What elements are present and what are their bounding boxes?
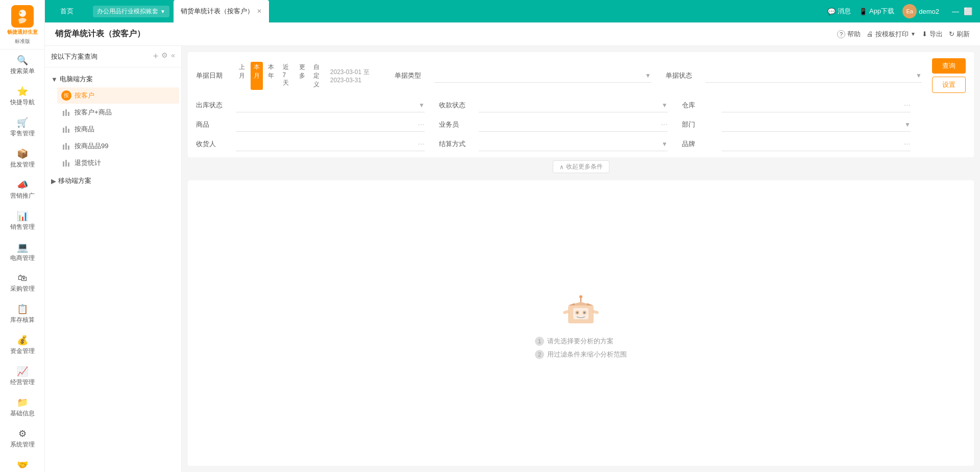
mobile-section-arrow: ▶ <box>51 177 56 185</box>
scheme-item-by-customer-label: 按客户 <box>75 91 94 100</box>
window-controls: — ⬜ <box>951 7 972 15</box>
settings-button[interactable]: 设置 <box>932 77 966 93</box>
minimize-button[interactable]: — <box>951 7 960 15</box>
template-print-button[interactable]: 🖨 按模板打印 ▼ <box>867 30 916 39</box>
page-title: 销货单统计表（按客户） <box>55 29 145 45</box>
sidebar-item-ecommerce[interactable]: 💻 电商管理 <box>0 237 44 268</box>
left-panel-header: 按以下方案查询 + ⚙ « <box>45 46 181 67</box>
collapse-bar: ∧ 收起更多条件 <box>188 157 974 176</box>
maximize-button[interactable]: ⬜ <box>964 7 972 15</box>
template-print-label: 按模板打印 <box>875 30 909 39</box>
messages-button[interactable]: 💬 消息 <box>827 7 851 16</box>
date-tab-last-month[interactable]: 上月 <box>236 62 249 90</box>
purchase-nav-icon: 🛍 <box>18 273 27 284</box>
date-tab-more[interactable]: 更多 <box>296 62 309 90</box>
page-header: 销货单统计表（按客户） ? 帮助 🖨 按模板打印 ▼ ⬇ 导出 ↻ 刷新 <box>45 22 980 46</box>
scheme-item-return-stat[interactable]: 退货统计 <box>57 155 179 171</box>
sidebar-item-marketing[interactable]: 📣 营销推广 <box>0 174 44 205</box>
avatar-initials: Ea <box>906 8 913 14</box>
tip-2-num: 2 <box>535 350 544 359</box>
pc-section-toggle[interactable]: ▼ 电脑端方案 <box>45 72 181 87</box>
sidebar-item-wholesale[interactable]: 📦 批发管理 <box>0 143 44 174</box>
salesperson-dots-icon: ··· <box>661 120 668 129</box>
goods-select[interactable]: ··· <box>236 117 425 132</box>
scheme-item-by-customer[interactable]: 按 按客户 <box>57 87 179 104</box>
scheme-item-by-goods-99[interactable]: 按商品品99 <box>57 138 179 154</box>
ecommerce-nav-icon: 💻 <box>17 242 28 253</box>
receiver-select[interactable]: ··· <box>236 137 425 151</box>
scheme-item-return-stat-label: 退货统计 <box>75 158 101 168</box>
tab-close-icon[interactable]: ✕ <box>257 8 262 15</box>
sidebar-item-business[interactable]: 📈 经营管理 <box>0 361 44 392</box>
sales-nav-icon: 📊 <box>17 210 28 222</box>
scheme-item-by-goods[interactable]: 按商品 <box>57 121 179 137</box>
salesperson-select[interactable]: ··· <box>479 117 668 132</box>
tab-sales-stat[interactable]: 销货单统计表（按客户） ✕ <box>174 0 269 22</box>
wholesale-nav-icon: 📦 <box>17 148 28 159</box>
collapse-panel-button[interactable]: « <box>171 51 175 62</box>
sidebar-item-purchase[interactable]: 🛍 采购管理 <box>0 268 44 298</box>
scheme-item-by-goods-label: 按商品 <box>75 125 94 134</box>
sidebar-item-finance[interactable]: 💰 资金管理 <box>0 329 44 361</box>
collapse-label: 收起更多条件 <box>566 162 603 171</box>
sidebar-item-inventory[interactable]: 📋 库存核算 <box>0 298 44 329</box>
out-status-select[interactable]: ▼ <box>236 98 425 112</box>
date-tab-this-month[interactable]: 本月 <box>251 62 263 90</box>
date-tab-custom[interactable]: 自定义 <box>310 62 326 90</box>
page-actions: ? 帮助 🖨 按模板打印 ▼ ⬇ 导出 ↻ 刷新 <box>837 30 970 45</box>
refresh-button[interactable]: ↻ 刷新 <box>949 30 970 39</box>
date-tab-last-7[interactable]: 近7天 <box>280 62 294 90</box>
department-label: 部门 <box>682 120 718 129</box>
sidebar-item-sales-label: 销售管理 <box>10 223 35 231</box>
department-select[interactable]: ▼ <box>722 117 911 132</box>
settings-scheme-button[interactable]: ⚙ <box>161 51 168 62</box>
help-button[interactable]: ? 帮助 <box>837 30 861 39</box>
mobile-section-toggle[interactable]: ▶ 移动端方案 <box>45 173 181 188</box>
warehouse-select[interactable]: ··· <box>722 98 911 112</box>
user-profile[interactable]: Ea demo2 <box>902 4 939 18</box>
app-logo-icon <box>11 5 34 28</box>
sidebar-item-shortcut[interactable]: ⭐ 快捷导航 <box>0 81 44 112</box>
svg-point-21 <box>579 295 582 298</box>
sidebar-item-search[interactable]: 🔍 搜索菜单 <box>0 50 44 81</box>
add-scheme-button[interactable]: + <box>153 51 159 62</box>
sidebar-item-basic-label: 基础信息 <box>10 409 35 418</box>
sidebar-item-system[interactable]: ⚙ 系统管理 <box>0 423 44 454</box>
svg-point-19 <box>583 312 585 314</box>
doc-type-select[interactable]: ▼ <box>434 68 651 83</box>
recv-status-select[interactable]: ▼ <box>479 98 668 112</box>
doc-status-label: 单据状态 <box>666 71 701 80</box>
svg-rect-13 <box>68 162 69 167</box>
query-button[interactable]: 查询 <box>932 58 966 74</box>
sidebar-item-basic[interactable]: 📁 基础信息 <box>0 392 44 423</box>
tab-home[interactable]: 首页 <box>53 0 81 22</box>
industry-selector[interactable]: 办公用品行业模拟账套 ▼ <box>93 6 169 17</box>
sidebar-item-marketing-label: 营销推广 <box>10 192 35 200</box>
sidebar-item-retail[interactable]: 🛒 零售管理 <box>0 112 44 143</box>
payment-method-select[interactable]: ▼ <box>479 137 668 151</box>
print-icon: 🖨 <box>867 30 873 38</box>
date-label: 单据日期 <box>196 71 232 80</box>
brand-select[interactable]: ··· <box>722 137 911 151</box>
topbar: 首页 办公用品行业模拟账套 ▼ 销货单统计表（按客户） ✕ 💬 消息 📱 App… <box>45 0 980 22</box>
export-button[interactable]: ⬇ 导出 <box>922 30 943 39</box>
by-customer-icon: 按 <box>61 90 71 101</box>
tip-2-text: 用过滤条件来缩小分析范围 <box>547 350 627 359</box>
date-tab-this-year[interactable]: 本年 <box>265 62 278 90</box>
sidebar-item-sales[interactable]: 📊 销售管理 <box>0 205 44 237</box>
inventory-nav-icon: 📋 <box>17 303 28 315</box>
salesperson-label: 业务员 <box>439 120 475 129</box>
scheme-item-by-customer-goods[interactable]: 按客户+商品 <box>57 104 179 121</box>
collapse-button[interactable]: ∧ 收起更多条件 <box>553 160 609 173</box>
doc-type-label: 单据类型 <box>395 71 430 80</box>
left-panel-title: 按以下方案查询 <box>51 52 153 61</box>
sidebar-item-enterprise[interactable]: 🤝 企业协同 <box>0 454 44 472</box>
warehouse-label: 仓库 <box>682 101 718 110</box>
payment-chevron-icon: ▼ <box>662 140 668 148</box>
app-download-button[interactable]: 📱 App下载 <box>859 7 894 16</box>
export-label: 导出 <box>929 30 943 39</box>
refresh-label: 刷新 <box>957 30 970 39</box>
doc-status-select[interactable]: ▼ <box>705 68 922 83</box>
chevron-down-icon: ▼ <box>160 9 165 14</box>
sidebar-item-system-label: 系统管理 <box>10 440 35 449</box>
